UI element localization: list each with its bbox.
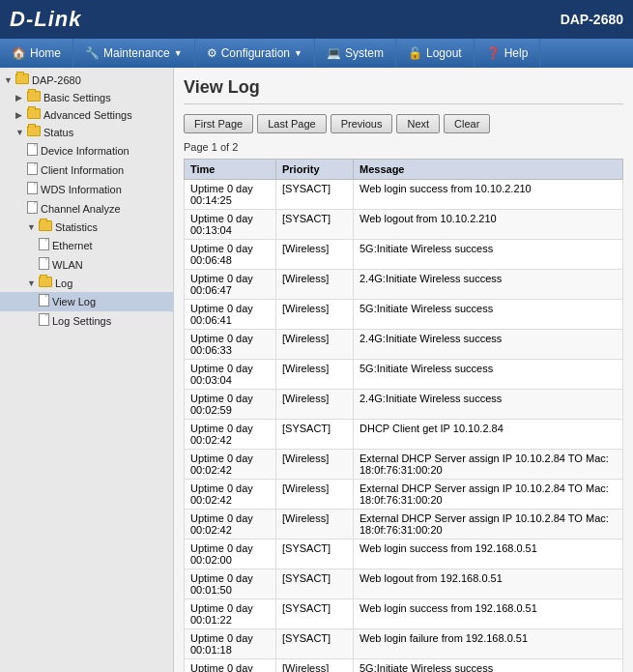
table-row: Uptime 0 day 00:06:41[Wireless]5G:Initia…	[185, 300, 623, 330]
page-info: Page 1 of 2	[184, 141, 623, 153]
previous-button[interactable]: Previous	[331, 114, 393, 133]
cell-time: Uptime 0 day 00:01:50	[185, 570, 276, 599]
nav-help[interactable]: ❓ Help	[475, 39, 541, 68]
cell-priority: [SYSACT]	[276, 540, 354, 570]
folder-stats-icon	[39, 220, 52, 234]
col-header-priority: Priority	[276, 160, 354, 180]
sidebar-item-log-settings[interactable]: Log Settings	[0, 311, 173, 331]
cell-message: Web login success from 10.10.2.210	[354, 180, 623, 210]
expand-icon5: ▼	[27, 222, 37, 232]
cell-time: Uptime 0 day 00:02:42	[185, 420, 276, 450]
doc-ethernet-icon	[39, 238, 49, 253]
table-row: Uptime 0 day 00:01:18[SYSACT]Web login f…	[185, 629, 623, 659]
cell-time: Uptime 0 day 00:14:25	[185, 180, 276, 210]
clear-button[interactable]: Clear	[444, 114, 490, 133]
sidebar-item-wds-info[interactable]: WDS Information	[0, 180, 173, 199]
dlink-logo: D-Link	[10, 7, 81, 32]
cell-time: Uptime 0 day 00:02:00	[185, 540, 276, 570]
table-row: Uptime 0 day 00:06:47[Wireless]2.4G:Init…	[185, 270, 623, 300]
cell-time: Uptime 0 day 00:02:42	[185, 480, 276, 510]
cell-message: DHCP Client get IP 10.10.2.84	[354, 420, 623, 450]
navbar: 🏠 Home 🔧 Maintenance ▼ ⚙ Configuration ▼…	[0, 39, 633, 68]
cell-message: Web logout from 10.10.2.210	[354, 210, 623, 240]
main-layout: ▼ DAP-2680 ▶ Basic Settings ▶ Advanced S…	[0, 68, 633, 672]
sidebar: ▼ DAP-2680 ▶ Basic Settings ▶ Advanced S…	[0, 68, 174, 672]
page-title: View Log	[184, 77, 623, 104]
logout-icon: 🔓	[408, 46, 422, 60]
cell-priority: [SYSACT]	[276, 420, 354, 450]
sidebar-item-log[interactable]: ▼ Log	[0, 275, 173, 292]
home-icon: 🏠	[12, 46, 26, 60]
cell-time: Uptime 0 day 00:02:42	[185, 450, 276, 480]
table-row: Uptime 0 day 00:03:04[Wireless]5G:Initia…	[185, 360, 623, 390]
folder-log-icon	[39, 277, 52, 290]
col-header-message: Message	[354, 160, 623, 180]
cell-time: Uptime 0 day 00:00:45	[185, 659, 276, 673]
sidebar-item-client-info[interactable]: Client Information	[0, 161, 173, 180]
table-row: Uptime 0 day 00:06:33[Wireless]2.4G:Init…	[185, 330, 623, 360]
folder-advanced-icon	[27, 108, 41, 122]
cell-message: 5G:Initiate Wireless success	[354, 300, 623, 330]
device-model: DAP-2680	[561, 12, 623, 27]
doc-device-icon	[27, 143, 38, 159]
table-row: Uptime 0 day 00:00:45[Wireless]5G:Initia…	[185, 659, 623, 673]
nav-maintenance[interactable]: 🔧 Maintenance ▼	[73, 39, 195, 68]
expand-icon6: ▼	[27, 278, 37, 288]
configuration-icon: ⚙	[207, 46, 217, 60]
cell-message: Web login success from 192.168.0.51	[354, 599, 623, 629]
folder-status-icon	[27, 126, 41, 139]
first-page-button[interactable]: First Page	[184, 114, 253, 133]
table-row: Uptime 0 day 00:06:48[Wireless]5G:Initia…	[185, 240, 623, 270]
help-icon: ❓	[486, 46, 501, 60]
expand-icon4: ▼	[15, 128, 25, 137]
sidebar-item-channel-analyze[interactable]: Channel Analyze	[0, 199, 173, 219]
table-row: Uptime 0 day 00:02:42[Wireless]External …	[185, 480, 623, 510]
cell-time: Uptime 0 day 00:01:22	[185, 599, 276, 629]
sidebar-item-device-info[interactable]: Device Information	[0, 141, 173, 161]
cell-priority: [Wireless]	[276, 300, 354, 330]
cell-time: Uptime 0 day 00:13:04	[185, 210, 276, 240]
cell-message: 2.4G:Initiate Wireless success	[354, 390, 623, 420]
cell-message: External DHCP Server assign IP 10.10.2.8…	[354, 450, 623, 480]
cell-message: Web login success from 192.168.0.51	[354, 540, 623, 570]
sidebar-item-statistics[interactable]: ▼ Statistics	[0, 219, 173, 236]
nav-home[interactable]: 🏠 Home	[0, 39, 73, 68]
sidebar-item-status[interactable]: ▼ Status	[0, 124, 173, 141]
header: D-Link DAP-2680	[0, 0, 633, 39]
cell-priority: [Wireless]	[276, 270, 354, 300]
log-table: Time Priority Message Uptime 0 day 00:14…	[184, 159, 623, 672]
expand-icon: ▼	[4, 75, 14, 85]
sidebar-item-ethernet[interactable]: Ethernet	[0, 236, 173, 255]
next-button[interactable]: Next	[396, 114, 440, 133]
last-page-button[interactable]: Last Page	[257, 114, 327, 133]
cell-time: Uptime 0 day 00:06:33	[185, 330, 276, 360]
table-row: Uptime 0 day 00:02:42[SYSACT]DHCP Client…	[185, 420, 623, 450]
cell-priority: [Wireless]	[276, 390, 354, 420]
nav-system[interactable]: 💻 System	[315, 39, 396, 68]
cell-priority: [Wireless]	[276, 360, 354, 390]
sidebar-item-wlan[interactable]: WLAN	[0, 255, 173, 275]
folder-basic-icon	[27, 91, 41, 104]
doc-logsettings-icon	[39, 313, 49, 329]
table-row: Uptime 0 day 00:13:04[SYSACT]Web logout …	[185, 210, 623, 240]
doc-channel-icon	[27, 201, 38, 217]
table-row: Uptime 0 day 00:02:59[Wireless]2.4G:Init…	[185, 390, 623, 420]
cell-time: Uptime 0 day 00:01:18	[185, 629, 276, 659]
chevron-down-icon: ▼	[174, 48, 183, 58]
cell-priority: [SYSACT]	[276, 599, 354, 629]
cell-priority: [Wireless]	[276, 480, 354, 510]
toolbar: First Page Last Page Previous Next Clear	[184, 114, 623, 133]
sidebar-item-basic-settings[interactable]: ▶ Basic Settings	[0, 89, 173, 106]
cell-message: 2.4G:Initiate Wireless success	[354, 270, 623, 300]
cell-time: Uptime 0 day 00:06:48	[185, 240, 276, 270]
sidebar-item-view-log[interactable]: View Log	[0, 292, 173, 311]
cell-time: Uptime 0 day 00:02:59	[185, 390, 276, 420]
sidebar-item-dap2680[interactable]: ▼ DAP-2680	[0, 72, 173, 89]
cell-message: External DHCP Server assign IP 10.10.2.8…	[354, 510, 623, 540]
sidebar-item-advanced-settings[interactable]: ▶ Advanced Settings	[0, 106, 173, 124]
cell-message: Web logout from 192.168.0.51	[354, 570, 623, 599]
cell-priority: [SYSACT]	[276, 180, 354, 210]
nav-configuration[interactable]: ⚙ Configuration ▼	[195, 39, 315, 68]
nav-logout[interactable]: 🔓 Logout	[396, 39, 475, 68]
cell-message: External DHCP Server assign IP 10.10.2.8…	[354, 480, 623, 510]
